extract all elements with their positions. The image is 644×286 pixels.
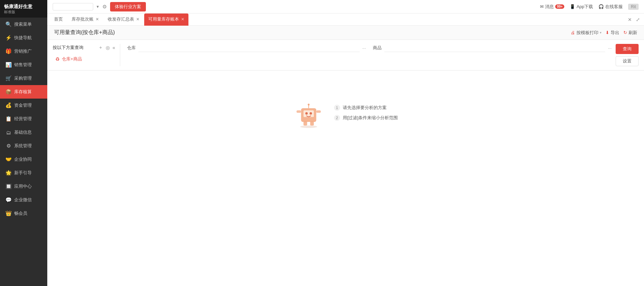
- product-label: 商品: [373, 45, 382, 51]
- sidebar-item-search[interactable]: 🔍 搜索菜单: [0, 18, 47, 31]
- sidebar-icon-shortcut: ⚡: [5, 35, 11, 41]
- close-window-icon[interactable]: ✕: [626, 17, 633, 22]
- tab-label-available: 可用量库存账本: [148, 16, 179, 22]
- sidebar-label-shortcut: 快捷导航: [14, 35, 32, 41]
- messages-badge: 99+: [555, 4, 564, 9]
- empty-tip-2: 2 用[过滤]条件来缩小分析范围: [334, 115, 398, 121]
- tip-2-text: 用[过滤]条件来缩小分析范围: [343, 115, 398, 121]
- page-header: 可用量查询(按仓库+商品) 🖨 按模板打印 ▾ ⬇ 导出 ↻ 刷新: [47, 26, 644, 40]
- refresh-icon: ↻: [623, 30, 627, 35]
- refresh-button[interactable]: ↻ 刷新: [623, 30, 637, 36]
- tab-home[interactable]: 首页: [50, 14, 67, 26]
- svg-point-3: [310, 112, 312, 114]
- scheme-label: 按以下方案查询: [53, 45, 83, 51]
- trial-button[interactable]: 体验行业方案: [110, 2, 146, 11]
- sidebar-item-purchase[interactable]: 🛒 采购管理: [0, 72, 47, 85]
- sidebar-item-wechat[interactable]: 💬 企业微信: [0, 193, 47, 207]
- app-name: 畅康通好生意: [4, 3, 43, 9]
- tab-batch[interactable]: 库存批次账✕: [68, 14, 103, 26]
- empty-state: 1 请先选择要分析的方案 2 用[过滤]条件来缩小分析范围: [47, 71, 644, 155]
- print-label: 按模板打印: [576, 30, 598, 36]
- tip-num-2: 2: [334, 115, 340, 121]
- sidebar-item-enterprise[interactable]: 🤝 企业协同: [0, 153, 47, 166]
- empty-visual: 1 请先选择要分析的方案 2 用[过滤]条件来缩小分析范围: [293, 98, 398, 128]
- topbar-dropdown-icon[interactable]: ▾: [97, 4, 99, 9]
- print-button[interactable]: 🖨 按模板打印 ▾: [571, 30, 601, 36]
- app-version: 标准版: [4, 9, 43, 14]
- sidebar-item-marketing[interactable]: 🎁 营销推广: [0, 45, 47, 58]
- svg-rect-9: [310, 121, 314, 126]
- sidebar-item-shortcut[interactable]: ⚡ 快捷导航: [0, 31, 47, 45]
- topbar-gear-icon[interactable]: ⚙: [102, 4, 107, 10]
- tab-label-summary: 收发存汇总表: [108, 16, 134, 22]
- sidebar-item-basic[interactable]: 🗂 基础信息: [0, 126, 47, 139]
- filter-row: 仓库 ··· 商品 ···: [127, 44, 612, 52]
- user-avatar[interactable]: Rit: [628, 4, 639, 10]
- sidebar-item-finance[interactable]: 💰 资金管理: [0, 99, 47, 112]
- sidebar-icon-enterprise: 🤝: [5, 156, 11, 162]
- tab-close-batch[interactable]: ✕: [96, 17, 99, 22]
- tabs-bar: 首页库存批次账✕收发存汇总表✕可用量库存账本✕ ✕ ⤢: [47, 14, 644, 26]
- sidebar-icon-finance: 💰: [5, 102, 11, 108]
- sidebar-icon-guide: 🌟: [5, 170, 11, 176]
- tab-close-available[interactable]: ✕: [181, 17, 184, 22]
- tip-1-text: 请先选择要分析的方案: [343, 105, 387, 111]
- sidebar-item-system[interactable]: ⚙ 系统管理: [0, 139, 47, 153]
- svg-point-2: [305, 112, 308, 114]
- app-download-button[interactable]: 📱 App下载: [570, 4, 593, 10]
- svg-rect-6: [297, 110, 301, 113]
- scheme-item-warehouse-product[interactable]: ♻ 仓库+商品: [53, 54, 116, 64]
- topbar-search-input[interactable]: [53, 3, 93, 10]
- product-filter: 商品 ···: [373, 44, 612, 52]
- sidebar-item-operations[interactable]: 📋 经营管理: [0, 112, 47, 126]
- warehouse-input[interactable]: [138, 44, 360, 52]
- sidebar-icon-purchase: 🛒: [5, 75, 11, 81]
- svg-rect-7: [316, 110, 321, 113]
- sidebar-label-sales: 销售管理: [14, 62, 32, 68]
- product-more-icon[interactable]: ···: [608, 46, 612, 51]
- sidebar-icon-basic: 🗂: [5, 130, 11, 135]
- scheme-add-button[interactable]: ＋: [98, 44, 104, 51]
- sidebar-icon-wechat: 💬: [5, 197, 11, 203]
- sidebar-icon-sales: 📊: [5, 62, 11, 68]
- export-button[interactable]: ⬇ 导出: [606, 30, 619, 36]
- scheme-settings-button[interactable]: ◎: [105, 44, 110, 51]
- page-content: 可用量查询(按仓库+商品) 🖨 按模板打印 ▾ ⬇ 导出 ↻ 刷新: [47, 26, 644, 286]
- sidebar-item-member[interactable]: 👑 畅会员: [0, 207, 47, 220]
- tab-available[interactable]: 可用量库存账本✕: [144, 14, 188, 26]
- query-button[interactable]: 查询: [616, 44, 639, 54]
- sidebar-label-member: 畅会员: [14, 210, 27, 216]
- sidebar-icon-inventory: 📦: [5, 89, 11, 95]
- sidebar-icon-search: 🔍: [5, 21, 11, 27]
- sidebar-item-inventory[interactable]: 📦 库存核算: [0, 85, 47, 99]
- scheme-header: 按以下方案查询 ＋ ◎ «: [53, 44, 116, 51]
- sidebar-label-wechat: 企业微信: [14, 197, 32, 203]
- warehouse-more-icon[interactable]: ···: [362, 46, 366, 51]
- online-service-button[interactable]: 🎧 在线客服: [598, 4, 623, 10]
- sidebar-item-sales[interactable]: 📊 销售管理: [0, 58, 47, 72]
- scheme-item-icon: ♻: [55, 56, 60, 62]
- page-header-actions: 🖨 按模板打印 ▾ ⬇ 导出 ↻ 刷新: [571, 30, 637, 36]
- settings-button[interactable]: 设置: [616, 56, 639, 66]
- phone-icon: 📱: [570, 4, 575, 9]
- tip-num-1: 1: [334, 105, 340, 111]
- message-icon: ✉: [540, 4, 544, 9]
- sidebar-icon-operations: 📋: [5, 116, 11, 122]
- messages-button[interactable]: ✉ 消息 99+: [540, 4, 564, 10]
- scheme-collapse-button[interactable]: «: [112, 44, 116, 51]
- app-download-label: App下载: [576, 4, 593, 10]
- product-input[interactable]: [384, 44, 606, 52]
- sidebar-item-appstore[interactable]: 🔲 应用中心: [0, 180, 47, 193]
- scheme-item-label: 仓库+商品: [62, 56, 82, 62]
- sidebar: 畅康通好生意 标准版 🔍 搜索菜单 ⚡ 快捷导航 🎁 营销推广 📊 销售管理 🛒…: [0, 0, 47, 286]
- tab-label-batch: 库存批次账: [72, 16, 94, 22]
- tab-close-summary[interactable]: ✕: [136, 17, 139, 22]
- sidebar-item-guide[interactable]: 🌟 新手引导: [0, 166, 47, 180]
- sidebar-label-operations: 经营管理: [14, 116, 32, 122]
- sidebar-icon-system: ⚙: [5, 143, 11, 149]
- print-dropdown-icon[interactable]: ▾: [600, 31, 601, 34]
- tab-summary[interactable]: 收发存汇总表✕: [104, 14, 144, 26]
- expand-window-icon[interactable]: ⤢: [635, 17, 641, 22]
- empty-tips: 1 请先选择要分析的方案 2 用[过滤]条件来缩小分析范围: [334, 105, 398, 121]
- svg-point-10: [300, 126, 317, 128]
